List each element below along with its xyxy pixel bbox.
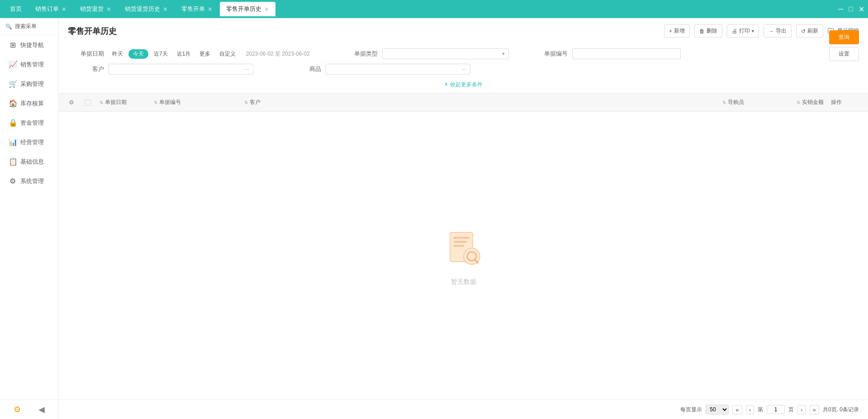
tab-sales-return-close[interactable]: ✕ xyxy=(106,6,111,13)
table-settings-icon[interactable]: ⚙ xyxy=(63,99,80,106)
tab-retail-open-close[interactable]: ✕ xyxy=(208,6,213,13)
sidebar-item-purchase-mgmt-label: 采购管理 xyxy=(20,80,44,88)
tab-home[interactable]: 首页 xyxy=(4,2,28,16)
col-guide-label: 导购员 xyxy=(728,99,744,106)
collapse-label: 收起更多条件 xyxy=(450,81,483,89)
bill-type-dropdown-icon: ▾ xyxy=(502,51,505,57)
customer-input[interactable]: ··· xyxy=(109,64,253,75)
goods-browse-icon[interactable]: ··· xyxy=(462,66,466,72)
next-page-btn[interactable]: › xyxy=(797,405,806,414)
settings-button[interactable]: 设置 xyxy=(829,47,859,61)
window-controls: ─ □ ✕ xyxy=(838,5,864,14)
sidebar-collapse-icon[interactable]: ◀ xyxy=(38,405,45,414)
sidebar-item-finance[interactable]: 🔒 资金管理 xyxy=(0,113,58,132)
tab-retail-open-history[interactable]: 零售开单历史 ✕ xyxy=(220,2,275,16)
sidebar-item-system[interactable]: ⚙ 系统管理 xyxy=(0,171,58,191)
quick-nav-icon: ⊞ xyxy=(9,41,17,49)
sidebar-item-base-info-label: 基础信息 xyxy=(20,158,44,166)
query-settings-buttons: 查询 设置 xyxy=(829,30,859,61)
delete-button[interactable]: 🗑 删除 xyxy=(694,24,722,38)
date-opt-1month[interactable]: 近1月 xyxy=(173,49,194,59)
prev-page-btn[interactable]: ‹ xyxy=(746,405,754,414)
col-date-sort-icon: ⇅ xyxy=(100,100,103,105)
sales-mgmt-icon: 📈 xyxy=(9,60,17,69)
sidebar-item-purchase-mgmt[interactable]: 🛒 采购管理 xyxy=(0,74,58,94)
operations-icon: 📊 xyxy=(9,138,17,146)
date-opt-yesterday[interactable]: 昨天 xyxy=(109,49,127,59)
sidebar-item-sales-mgmt-label: 销售管理 xyxy=(20,61,44,69)
tab-sales-return-history-close[interactable]: ✕ xyxy=(163,6,168,13)
collapse-row[interactable]: ∧ 收起更多条件 xyxy=(68,79,859,93)
page-title: 零售开单历史 xyxy=(68,26,117,37)
tab-sales-order-close[interactable]: ✕ xyxy=(62,6,66,13)
col-billno-label: 单据编号 xyxy=(159,99,181,106)
sidebar-item-base-info[interactable]: 📋 基础信息 xyxy=(0,152,58,171)
col-action-label: 操作 xyxy=(831,99,842,106)
date-opt-7days[interactable]: 近7天 xyxy=(150,49,171,59)
filter-area: 单据日期 昨天 今天 近7天 近1月 更多 自定义 2023-06-02 至 2… xyxy=(68,44,859,93)
bill-type-select[interactable]: ▾ xyxy=(382,48,509,59)
sidebar-item-operations[interactable]: 📊 经营管理 xyxy=(0,132,58,152)
query-label: 查询 xyxy=(839,33,849,41)
sidebar-item-quick-nav[interactable]: ⊞ 快捷导航 xyxy=(0,35,58,55)
last-page-btn[interactable]: » xyxy=(810,405,819,414)
query-button[interactable]: 查询 xyxy=(829,30,859,44)
tab-sales-return-history-label: 销货退货历史 xyxy=(125,5,160,13)
minimize-icon[interactable]: ─ xyxy=(838,5,843,13)
col-header-billno[interactable]: ⇅ 单据编号 xyxy=(150,99,241,106)
per-page-select[interactable]: 50 10 20 100 xyxy=(706,405,729,414)
bill-no-field[interactable] xyxy=(576,51,677,57)
col-billno-sort-icon: ⇅ xyxy=(154,100,157,105)
sidebar-settings-icon[interactable]: ⚙ xyxy=(14,405,21,414)
first-page-btn[interactable]: « xyxy=(732,405,742,414)
col-customer-sort-icon: ⇅ xyxy=(244,100,248,105)
sidebar-item-finance-label: 资金管理 xyxy=(20,119,44,127)
export-button[interactable]: → 导出 xyxy=(764,24,792,38)
tab-sales-order[interactable]: 销售订单 ✕ xyxy=(29,2,73,16)
goods-input[interactable]: ··· xyxy=(326,64,470,75)
date-opt-today[interactable]: 今天 xyxy=(128,49,148,59)
maximize-icon[interactable]: □ xyxy=(849,5,853,13)
col-date-label: 单据日期 xyxy=(105,99,127,106)
bill-no-input[interactable] xyxy=(572,48,681,59)
sidebar-item-inventory[interactable]: 🏠 库存核算 xyxy=(0,94,58,113)
sidebar-item-sales-mgmt[interactable]: 📈 销售管理 xyxy=(0,55,58,74)
col-amount-label: 实销金额 xyxy=(802,99,824,106)
tab-retail-open[interactable]: 零售开单 ✕ xyxy=(175,2,219,16)
sidebar: 🔍 搜索采单 ⊞ 快捷导航 📈 销售管理 🛒 采购管理 🏠 库存核算 🔒 xyxy=(0,18,59,419)
page-input[interactable] xyxy=(767,405,785,414)
main-layout: 🔍 搜索采单 ⊞ 快捷导航 📈 销售管理 🛒 采购管理 🏠 库存核算 🔒 xyxy=(0,18,868,419)
date-opt-custom[interactable]: 自定义 xyxy=(216,49,239,59)
page-header: 零售开单历史 + 新增 🗑 删除 🖨 打印 ▾ xyxy=(59,18,868,94)
col-header-guide[interactable]: ⇅ 导购员 xyxy=(719,99,773,106)
print-button[interactable]: 🖨 打印 ▾ xyxy=(727,24,759,38)
close-window-icon[interactable]: ✕ xyxy=(859,5,864,14)
col-header-customer[interactable]: ⇅ 客户 xyxy=(241,99,719,106)
add-button[interactable]: + 新增 xyxy=(664,24,690,38)
sidebar-item-operations-label: 经营管理 xyxy=(20,138,44,146)
date-options: 昨天 今天 近7天 近1月 更多 自定义 xyxy=(109,49,239,59)
tab-sales-return-history[interactable]: 销货退货历史 ✕ xyxy=(119,2,174,16)
tab-sales-return[interactable]: 销货退货 ✕ xyxy=(74,2,118,16)
filter-row-customer: 客户 ··· 商品 ··· xyxy=(68,64,859,75)
per-page-label: 每页显示 xyxy=(680,406,702,414)
date-opt-more[interactable]: 更多 xyxy=(196,49,214,59)
customer-browse-icon[interactable]: ··· xyxy=(245,66,249,72)
select-all-checkbox[interactable] xyxy=(85,99,91,106)
refresh-button[interactable]: ↺ 刷新 xyxy=(796,24,823,38)
customer-label: 客户 xyxy=(68,65,104,73)
customer-field[interactable] xyxy=(113,66,245,72)
tab-retail-open-history-close[interactable]: ✕ xyxy=(264,6,269,13)
print-label: 打印 xyxy=(739,27,750,35)
goods-field[interactable] xyxy=(330,66,462,72)
empty-text: 暂无数据 xyxy=(451,278,476,286)
pagination: 每页显示 50 10 20 100 « ‹ 第 页 › » 共0页, 0条记录 xyxy=(59,400,868,419)
pagination-summary: 共0页, 0条记录 xyxy=(823,406,859,414)
table-select-all[interactable] xyxy=(80,99,96,106)
sidebar-item-inventory-label: 库存核算 xyxy=(20,99,44,108)
sidebar-search[interactable]: 🔍 搜索采单 xyxy=(0,18,58,35)
sidebar-bottom: ⚙ ◀ xyxy=(0,400,58,419)
tab-home-label: 首页 xyxy=(10,5,22,13)
col-header-date[interactable]: ⇅ 单据日期 xyxy=(96,99,150,106)
col-header-amount[interactable]: ⇅ 实销金额 xyxy=(773,99,827,106)
